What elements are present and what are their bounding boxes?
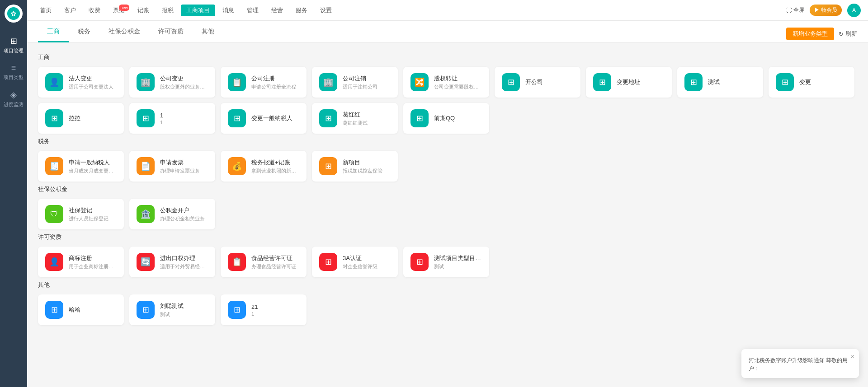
card-name: 拉拉 — [69, 114, 117, 122]
card-desc: 股权变更外的业务变更 — [160, 84, 208, 90]
tab-right-actions: 新增业务类型 ↻ 刷新 — [786, 28, 857, 40]
card-icon-symbol: 🔀 — [415, 77, 425, 87]
sidebar-item-project-manage[interactable]: ⊞ 项目管理 — [0, 32, 27, 59]
notification-close-button[interactable]: × — [851, 353, 854, 360]
list-item[interactable]: ⊞ 新项目 报税加税控盘保管 — [312, 151, 398, 182]
fullscreen-button[interactable]: ⛶ 全屏 — [786, 6, 804, 14]
vip-button[interactable]: ▶ 畅会员 — [810, 5, 842, 16]
top-navigation: 首页 客户 收费 票据 new 记账 报税 工商项目 消息 管理 经营 服务 设… — [27, 0, 868, 21]
card-name: 商标注册 — [69, 254, 117, 262]
sidebar-item-project-type[interactable]: ≡ 项目类型 — [0, 59, 27, 85]
user-avatar[interactable]: A — [847, 4, 861, 17]
card-name: 开公司 — [525, 78, 573, 86]
card-icon-symbol: ⊞ — [142, 113, 149, 123]
card-name: 法人变更 — [69, 75, 117, 83]
list-item[interactable]: ⊞ 刘聪测试 测试 — [129, 294, 215, 325]
card-icon-symbol: ⊞ — [690, 77, 697, 87]
card-info: 前期QQ — [434, 114, 482, 122]
list-item[interactable]: 📄 申请发票 办理申请发票业务 — [129, 151, 215, 182]
nav-message[interactable]: 消息 — [217, 5, 240, 16]
list-item[interactable]: 📋 食品经营许可证 办理食品经营许可证 — [221, 247, 307, 277]
list-item[interactable]: 🏦 公积金开户 办理公积金相关业务 — [129, 199, 215, 229]
list-item[interactable]: 👤 法人变更 适用于公司变更法人 — [38, 67, 124, 98]
card-icon: 💰 — [228, 157, 246, 175]
add-business-type-button[interactable]: 新增业务类型 — [786, 28, 834, 40]
list-item[interactable]: 💰 税务报道+记账 拿到营业执照的新公司 — [221, 151, 307, 182]
card-desc: 适用于对外贸易经营者 — [160, 263, 208, 270]
refresh-button[interactable]: ↻ 刷新 — [839, 30, 857, 38]
list-item[interactable]: 👤 商标注册 用于企业商标注册服务 — [38, 247, 124, 277]
list-item[interactable]: ⊞ 测试 — [677, 67, 763, 98]
card-info: 3A认证 对企业信誉评级 — [343, 254, 391, 270]
nav-tax[interactable]: 报税 — [156, 5, 179, 16]
list-item[interactable]: ⊞ 拉拉 — [38, 103, 124, 134]
card-icon-symbol: 🏢 — [323, 77, 333, 87]
card-info: 税务报道+记账 拿到营业执照的新公司 — [251, 159, 299, 174]
card-info: 开公司 — [525, 78, 573, 86]
list-item[interactable]: 🔄 进出口权办理 适用于对外贸易经营者 — [129, 247, 215, 277]
card-icon: ⊞ — [319, 157, 337, 175]
card-icon-symbol: ⊞ — [416, 257, 423, 267]
list-item[interactable]: ⊞ 1 1 — [129, 103, 215, 134]
tab-license[interactable]: 许可资质 — [149, 22, 193, 42]
nav-industrial-project[interactable]: 工商项目 — [181, 5, 215, 16]
card-icon: ⊞ — [45, 109, 63, 127]
nav-service[interactable]: 服务 — [290, 5, 313, 16]
app-logo: ✿ — [5, 5, 23, 23]
card-icon: ⊞ — [776, 73, 794, 91]
card-name: 变更一般纳税人 — [251, 114, 299, 122]
card-info: 拉拉 — [69, 114, 117, 122]
card-icon-symbol: ⊞ — [782, 77, 788, 87]
nav-ticket[interactable]: 票据 new — [108, 5, 130, 16]
nav-bookkeeping[interactable]: 记账 — [132, 5, 155, 16]
card-icon: 🔄 — [137, 253, 155, 271]
cards-grid-0: 👤 法人变更 适用于公司变更法人 🏢 公司变更 股权变更外的业务变更 📋 公司注… — [38, 67, 857, 134]
tab-other[interactable]: 其他 — [193, 22, 223, 42]
tab-tax[interactable]: 税务 — [69, 22, 99, 42]
new-badge: new — [119, 5, 129, 11]
nav-operate[interactable]: 经营 — [266, 5, 288, 16]
list-item[interactable]: 🧾 申请一般纳税人 当月或次月成变更完成 — [38, 151, 124, 182]
card-info: 葛红红 葛红红测试 — [343, 111, 391, 126]
list-item[interactable]: 🏢 公司变更 股权变更外的业务变更 — [129, 67, 215, 98]
list-item[interactable]: ⊞ 3A认证 对企业信誉评级 — [312, 247, 398, 277]
card-icon: ⊞ — [137, 109, 155, 127]
tab-industrial[interactable]: 工商 — [38, 22, 69, 42]
card-name: 刘聪测试 — [160, 302, 208, 310]
list-item[interactable]: ⊞ 21 1 — [221, 294, 307, 325]
list-item[interactable]: ⊞ 前期QQ — [403, 103, 489, 134]
card-icon-symbol: 🏢 — [141, 77, 151, 87]
svg-text:✿: ✿ — [11, 10, 16, 17]
nav-customer[interactable]: 客户 — [59, 5, 81, 16]
card-desc: 申请公司注册全流程 — [251, 84, 299, 90]
sidebar-item-progress-monitor[interactable]: ◈ 进度监测 — [0, 85, 27, 112]
card-icon-symbol: 💰 — [232, 161, 242, 171]
list-item[interactable]: 🛡 社保登记 进行人员社保登记 — [38, 199, 124, 229]
list-item[interactable]: 📋 公司注册 申请公司注册全流程 — [221, 67, 307, 98]
nav-home[interactable]: 首页 — [34, 5, 57, 16]
list-item[interactable]: ⊞ 开公司 — [495, 67, 580, 98]
tab-social-security[interactable]: 社保公积金 — [99, 22, 149, 42]
list-item[interactable]: ⊞ 测试项目类型目定义 测试 — [403, 247, 489, 277]
list-item[interactable]: 🏢 公司注销 适用于注销公司 — [312, 67, 398, 98]
nav-settings[interactable]: 设置 — [315, 5, 337, 16]
card-icon-symbol: ⊞ — [234, 113, 241, 123]
list-item[interactable]: ⊞ 葛红红 葛红红测试 — [312, 103, 398, 134]
card-info: 21 1 — [251, 303, 299, 317]
list-item[interactable]: 🔀 股权转让 公司变更需要股权转让 — [403, 67, 489, 98]
list-item[interactable]: ⊞ 变更一般纳税人 — [221, 103, 307, 134]
card-name: 1 — [160, 112, 208, 119]
card-icon: ⊞ — [137, 301, 155, 319]
card-name: 申请发票 — [160, 159, 208, 167]
nav-manage[interactable]: 管理 — [241, 5, 264, 16]
card-desc: 公司变更需要股权转让 — [434, 84, 482, 90]
card-info: 社保登记 进行人员社保登记 — [69, 206, 117, 222]
card-desc: 拿到营业执照的新公司 — [251, 168, 299, 174]
list-item[interactable]: ⊞ 变更地址 — [586, 67, 672, 98]
nav-fee[interactable]: 收费 — [83, 5, 106, 16]
card-icon-symbol: ⊞ — [325, 161, 332, 171]
card-icon: 🏦 — [137, 205, 155, 223]
list-item[interactable]: ⊞ 哈哈 — [38, 294, 124, 325]
list-item[interactable]: ⊞ 变更 — [769, 67, 854, 98]
card-desc: 用于企业商标注册服务 — [69, 263, 117, 270]
